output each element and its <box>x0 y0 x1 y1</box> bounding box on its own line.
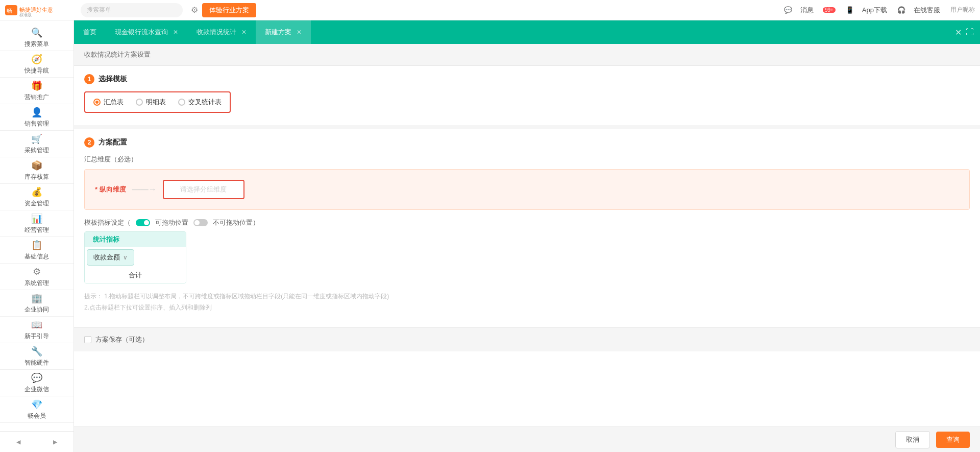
radio-detail[interactable]: 明细表 <box>136 98 166 107</box>
sidebar-item-sales[interactable]: 👤 销售管理 <box>0 104 74 131</box>
notification-label: 消息 <box>800 6 814 15</box>
box-icon: 📦 <box>31 160 42 171</box>
tab-new-plan-close[interactable]: ✕ <box>297 29 302 36</box>
tips-section: 提示： 1.拖动标题栏可以调整布局，不可跨维度或指标区域拖动栏目字段(只能在同一… <box>84 285 970 319</box>
notification-area[interactable]: 💬 消息 99+ <box>784 6 836 15</box>
sidebar-item-label: 新手引导 <box>24 332 49 341</box>
tab-cashflow[interactable]: 现金银行流水查询 ✕ <box>106 20 187 44</box>
sidebar-item-label: 系统管理 <box>24 279 49 288</box>
tab-cashflow-close[interactable]: ✕ <box>173 29 178 36</box>
brand-logo: 畅 畅捷通好生意 标准版 <box>5 3 77 18</box>
sidebar-item-finance[interactable]: 💰 资金管理 <box>0 184 74 210</box>
svg-text:畅: 畅 <box>7 8 12 14</box>
dimension-area: * 纵向维度 ——→ 请选择分组维度 <box>84 169 970 210</box>
step1-section: 1 选择模板 汇总表 明细表 <box>74 66 980 121</box>
notification-badge: 99+ <box>823 7 836 13</box>
hardware-icon: 🔧 <box>31 346 42 357</box>
online-service-area[interactable]: 🎧 在线客服 <box>897 6 940 15</box>
step2-section: 2 方案配置 汇总维度（必选） * 纵向维度 ——→ 请选择分组维度 <box>74 129 980 327</box>
service-icon: 🎧 <box>897 6 905 14</box>
sidebar-item-member[interactable]: 💎 畅会员 <box>0 396 74 423</box>
vertical-dimension-label: * 纵向维度 <box>95 185 126 194</box>
compass-icon: 🧭 <box>31 54 42 65</box>
svg-text:标准版: 标准版 <box>19 13 32 17</box>
sidebar-item-hardware[interactable]: 🔧 智能硬件 <box>0 343 74 370</box>
sidebar-item-marketing[interactable]: 🎁 营销推广 <box>0 78 74 104</box>
tab-home[interactable]: 首页 <box>74 20 106 44</box>
radio-summary[interactable]: 汇总表 <box>93 98 124 107</box>
radio-dot-detail <box>136 99 143 106</box>
sidebar-item-label: 经营管理 <box>24 226 49 234</box>
radio-summary-label: 汇总表 <box>104 98 124 107</box>
dimension-select[interactable]: 请选择分组维度 <box>163 180 244 199</box>
tab-collection-close[interactable]: ✕ <box>241 29 247 36</box>
radio-crosstab-label: 交叉统计表 <box>188 98 222 107</box>
drag-dot <box>144 220 149 225</box>
sidebar-item-label: 销售管理 <box>24 120 49 128</box>
tab-collection[interactable]: 收款情况统计 ✕ <box>187 20 256 44</box>
sidebar-item-enterprise[interactable]: 🏢 企业协同 <box>0 290 74 317</box>
top-bar-right: 💬 消息 99+ 📱 App下载 🎧 在线客服 用户昵称 <box>784 6 975 15</box>
chart-icon: 📊 <box>31 213 42 224</box>
sidebar-item-label: 资金管理 <box>24 199 49 208</box>
tab-fullscreen-button[interactable]: ⛶ <box>966 28 974 37</box>
stats-table: 统计指标 收款金额 ∨ 合计 <box>84 231 186 283</box>
page-content: 收款情况统计方案设置 1 选择模板 汇总表 <box>74 44 980 426</box>
tab-bar: 首页 现金银行流水查询 ✕ 收款情况统计 ✕ 新建方案 ✕ ✕ ⛶ <box>74 20 980 44</box>
tab-home-label: 首页 <box>83 28 96 37</box>
sidebar-item-inventory[interactable]: 📦 库存核算 <box>0 157 74 184</box>
gear-button[interactable]: ⚙ <box>191 5 198 15</box>
arrow-line: ——→ <box>132 185 157 194</box>
message-icon: 💬 <box>784 6 792 14</box>
sidebar-item-guide[interactable]: 📖 新手引导 <box>0 317 74 343</box>
svg-text:畅捷通好生意: 畅捷通好生意 <box>19 7 53 13</box>
cancel-button[interactable]: 取消 <box>895 431 930 448</box>
no-drag-dot <box>194 220 200 225</box>
sidebar-item-system[interactable]: ⚙ 系统管理 <box>0 264 74 290</box>
step1-badge: 1 <box>84 74 94 84</box>
tab-collection-label: 收款情况统计 <box>197 28 236 37</box>
sidebar-item-search[interactable]: 🔍 搜索菜单 <box>0 25 74 51</box>
section-divider <box>74 125 980 129</box>
trial-button[interactable]: 体验行业方案 <box>202 3 256 17</box>
indicators-label-text: 模板指标设定（ <box>84 218 131 227</box>
sidebar-item-label: 企业微信 <box>24 385 49 394</box>
step2-title: 2 方案配置 <box>84 137 970 148</box>
indicators-header: 模板指标设定（ 可拖动位置 不可拖动位置） <box>84 218 970 227</box>
person-icon: 👤 <box>31 107 42 118</box>
sidebar-item-nav[interactable]: 🧭 快捷导航 <box>0 51 74 78</box>
sidebar-bottom-left[interactable]: ◀ <box>0 432 37 452</box>
tab-cashflow-label: 现金银行流水查询 <box>115 28 168 37</box>
sidebar-item-wechat[interactable]: 💬 企业微信 <box>0 370 74 396</box>
radio-crosstab[interactable]: 交叉统计表 <box>178 98 222 107</box>
wechat-icon: 💬 <box>31 372 42 384</box>
gift-icon: 🎁 <box>31 80 42 91</box>
non-draggable-label: 不可拖动位置） <box>213 218 259 227</box>
save-checkbox[interactable] <box>84 336 91 343</box>
tip-line2: 2.点击标题栏下拉可设置排序、插入列和删除列 <box>84 302 970 314</box>
tab-bar-actions: ✕ ⛶ <box>955 28 980 37</box>
app-download-area[interactable]: 📱 App下载 <box>846 6 887 15</box>
sidebar-item-label: 库存核算 <box>24 173 49 181</box>
sidebar-item-label: 采购管理 <box>24 146 49 155</box>
page-inner: 收款情况统计方案设置 1 选择模板 汇总表 <box>74 44 980 426</box>
sidebar-item-basic[interactable]: 📋 基础信息 <box>0 237 74 264</box>
sidebar-item-purchase[interactable]: 🛒 采购管理 <box>0 131 74 157</box>
tab-close-all-button[interactable]: ✕ <box>955 28 962 37</box>
top-bar: 畅 畅捷通好生意 标准版 搜索菜单 ⚙ 体验行业方案 💬 消息 99+ 📱 Ap… <box>0 0 980 20</box>
step1-label: 选择模板 <box>99 75 127 84</box>
sidebar-bottom: ◀ ▶ <box>0 431 74 452</box>
collection-amount-label: 收款金额 <box>93 253 120 262</box>
user-name: 用户昵称 <box>950 6 975 14</box>
sidebar-bottom-right[interactable]: ▶ <box>37 432 74 452</box>
arrow-left-icon: ◀ <box>16 439 20 445</box>
query-button[interactable]: 查询 <box>936 432 970 448</box>
page-title: 收款情况统计方案设置 <box>84 51 151 58</box>
office-icon: 🏢 <box>31 293 42 304</box>
dimension-placeholder: 请选择分组维度 <box>180 185 227 194</box>
sidebar-item-management[interactable]: 📊 经营管理 <box>0 210 74 237</box>
tab-new-plan[interactable]: 新建方案 ✕ <box>256 20 311 44</box>
collection-amount-cell[interactable]: 收款金额 ∨ <box>87 249 134 266</box>
footer-bar: 取消 查询 <box>74 426 980 452</box>
summary-dimension-label: 汇总维度（必选） <box>84 155 970 164</box>
